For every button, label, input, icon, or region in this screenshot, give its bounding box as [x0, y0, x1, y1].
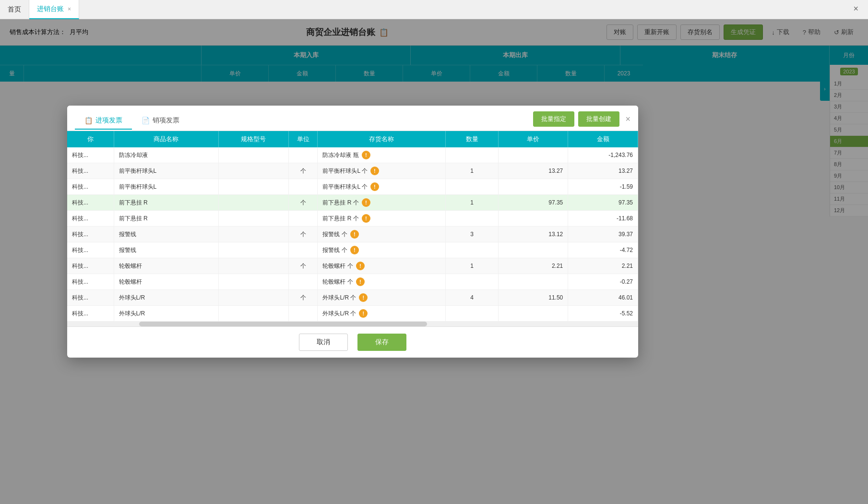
table-cell: [446, 179, 498, 195]
table-row[interactable]: 科技...报警线个报警线 个!313.1239.37: [67, 227, 638, 242]
table-cell: 轮毂螺杆 个!: [318, 274, 446, 290]
dialog-scroll-area[interactable]: 你 商品名称 规格型号 单位 存货名称 数量 单价 金额 科技...防冻冷却液防…: [67, 131, 638, 322]
tab-ledger-close[interactable]: ×: [68, 6, 71, 12]
table-cell: -1.59: [568, 179, 638, 195]
table-cell: 外球头L/R 个!: [318, 290, 446, 306]
tab-output-invoice[interactable]: 📄 销项发票: [132, 112, 189, 130]
warning-icon: !: [362, 198, 370, 207]
warning-icon: !: [350, 230, 359, 239]
table-row[interactable]: 科技...轮毂螺杆个轮毂螺杆 个!12.212.21: [67, 258, 638, 274]
table-cell: 科技...: [67, 242, 114, 258]
tab-home[interactable]: 首页: [0, 0, 29, 19]
table-cell: [288, 242, 318, 258]
table-cell: [446, 274, 498, 290]
dialog-close-icon[interactable]: ×: [625, 114, 630, 128]
table-cell: 13.12: [498, 227, 568, 242]
table-cell: 科技...: [67, 147, 114, 163]
warning-icon: !: [362, 151, 370, 159]
table-cell: [219, 306, 289, 322]
table-row[interactable]: 科技...前平衡杆球头L前平衡杆球头L 个!-1.59: [67, 179, 638, 195]
table-cell: -0.27: [568, 274, 638, 290]
table-cell: [498, 147, 568, 163]
table-cell: [288, 179, 318, 195]
table-cell: 97.35: [568, 195, 638, 211]
horizontal-scrollbar[interactable]: [67, 322, 638, 326]
table-cell: 科技...: [67, 306, 114, 322]
col-header-spec: 规格型号: [219, 131, 289, 147]
table-cell: 前平衡杆球头L 个!: [318, 163, 446, 179]
tab-ledger-label: 进销台账: [37, 5, 64, 13]
table-cell: [498, 274, 568, 290]
table-cell: 轮毂螺杆: [114, 258, 218, 274]
table-row[interactable]: 科技...前平衡杆球头L个前平衡杆球头L 个!113.2713.27: [67, 163, 638, 179]
table-cell: [446, 147, 498, 163]
col-header-you: 你: [67, 131, 114, 147]
batch-create-button[interactable]: 批量创建: [578, 111, 619, 127]
table-cell: 4: [446, 290, 498, 306]
table-cell: 13.27: [568, 163, 638, 179]
dialog-header-buttons: 批量指定 批量创建: [533, 111, 619, 131]
table-cell: 轮毂螺杆 个!: [318, 258, 446, 274]
warning-icon: !: [359, 293, 368, 302]
table-cell: [288, 306, 318, 322]
table-row[interactable]: 科技...外球头L/R个外球头L/R 个!411.5046.01: [67, 290, 638, 306]
table-cell: 科技...: [67, 227, 114, 242]
table-row[interactable]: 科技...轮毂螺杆轮毂螺杆 个!-0.27: [67, 274, 638, 290]
input-invoice-icon: 📋: [84, 117, 93, 124]
table-cell: [498, 211, 568, 227]
col-header-unit: 单位: [288, 131, 318, 147]
scrollbar-thumb[interactable]: [139, 322, 427, 326]
table-cell: 11.50: [498, 290, 568, 306]
table-cell: [498, 242, 568, 258]
table-cell: 1: [446, 258, 498, 274]
table-cell: 个: [288, 195, 318, 211]
table-cell: 防冻冷却液: [114, 147, 218, 163]
table-cell: [219, 290, 289, 306]
table-cell: [219, 211, 289, 227]
main-page: 销售成本计算方法： 月平均 商贸企业进销台账 📋 对账 重新开账 存货别名 生成…: [0, 19, 868, 504]
dialog: 📋 进项发票 📄 销项发票 批量指定 批量创建 × 你 商品名: [67, 106, 638, 358]
warning-icon: !: [356, 262, 365, 270]
table-row[interactable]: 科技...前下悬挂 R个前下悬挂 R 个!197.3597.35: [67, 195, 638, 211]
table-cell: [219, 195, 289, 211]
batch-assign-button[interactable]: 批量指定: [533, 111, 574, 127]
table-cell: 科技...: [67, 195, 114, 211]
tab-bar: 首页 进销台账 × ×: [0, 0, 868, 19]
col-header-amount: 金额: [568, 131, 638, 147]
table-cell: 防冻冷却液 瓶!: [318, 147, 446, 163]
table-cell: -5.52: [568, 306, 638, 322]
table-cell: 报警线: [114, 227, 218, 242]
table-cell: 科技...: [67, 179, 114, 195]
table-cell: 前平衡杆球头L: [114, 179, 218, 195]
table-cell: 轮毂螺杆: [114, 274, 218, 290]
tab-ledger[interactable]: 进销台账 ×: [29, 0, 79, 19]
table-cell: -11.68: [568, 211, 638, 227]
window-close-icon[interactable]: ×: [853, 4, 858, 14]
table-cell: 报警线 个!: [318, 227, 446, 242]
tab-home-label: 首页: [8, 5, 21, 14]
table-cell: [219, 147, 289, 163]
dialog-footer: 取消 保存: [67, 326, 638, 358]
table-cell: 前下悬挂 R: [114, 195, 218, 211]
table-cell: [498, 179, 568, 195]
table-cell: [219, 274, 289, 290]
save-button[interactable]: 保存: [357, 334, 406, 351]
table-row[interactable]: 科技...报警线报警线 个!-4.72: [67, 242, 638, 258]
tab-input-invoice[interactable]: 📋 进项发票: [75, 112, 132, 130]
table-cell: 97.35: [498, 195, 568, 211]
table-cell: 46.01: [568, 290, 638, 306]
table-row[interactable]: 科技...前下悬挂 R前下悬挂 R 个!-11.68: [67, 211, 638, 227]
table-cell: 前下悬挂 R 个!: [318, 195, 446, 211]
warning-icon: !: [356, 277, 365, 286]
table-cell: [219, 242, 289, 258]
cancel-button[interactable]: 取消: [299, 334, 348, 351]
table-cell: 2.21: [498, 258, 568, 274]
table-cell: [219, 163, 289, 179]
table-cell: [288, 274, 318, 290]
table-row[interactable]: 科技...外球头L/R外球头L/R 个!-5.52: [67, 306, 638, 322]
table-row[interactable]: 科技...防冻冷却液防冻冷却液 瓶!-1,243.76: [67, 147, 638, 163]
table-cell: 前平衡杆球头L 个!: [318, 179, 446, 195]
table-cell: 外球头L/R: [114, 290, 218, 306]
table-cell: [219, 227, 289, 242]
invoice-table: 你 商品名称 规格型号 单位 存货名称 数量 单价 金额 科技...防冻冷却液防…: [67, 131, 638, 322]
